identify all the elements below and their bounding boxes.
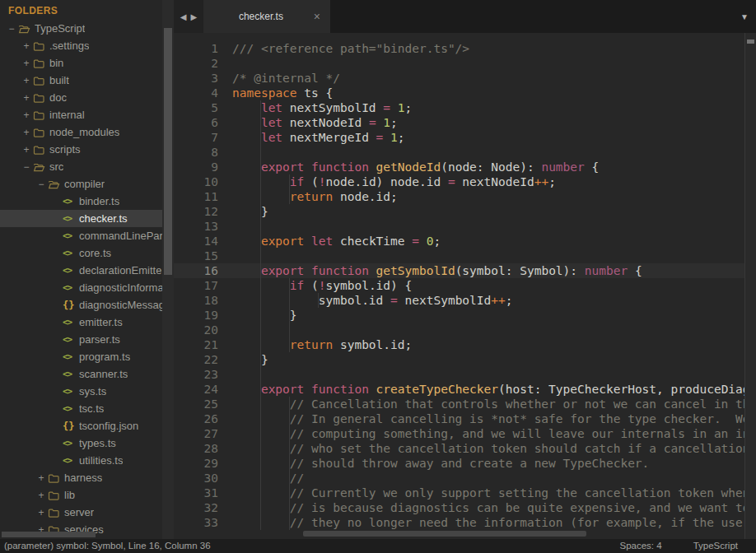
expand-icon[interactable]: +: [20, 58, 33, 69]
tree-item-core.ts[interactable]: <>core.ts: [0, 244, 162, 262]
tree-item-label: emitter.ts: [79, 316, 123, 328]
code-line[interactable]: 10if (!node.id) node.id = nextNodeId++;: [174, 174, 745, 189]
code-line[interactable]: 23: [174, 367, 745, 382]
expand-icon[interactable]: +: [35, 507, 48, 518]
tree-item-bin[interactable]: +bin: [0, 54, 162, 72]
tab-back-icon[interactable]: ◀: [180, 12, 187, 21]
code-line[interactable]: 29// should throw away and create a new …: [174, 456, 745, 471]
tree-item-label: binder.ts: [79, 195, 119, 207]
tree-item-sys.ts[interactable]: <>sys.ts: [0, 383, 162, 400]
status-syntax-setting[interactable]: TypeScript: [693, 539, 738, 553]
code-line[interactable]: 9export function getNodeId(node: Node): …: [174, 160, 745, 174]
tree-item-typescript[interactable]: −TypeScript: [0, 20, 162, 37]
ts-file-icon: <>: [63, 248, 79, 258]
tree-item-program.ts[interactable]: <>program.ts: [0, 348, 162, 365]
tree-item-parser.ts[interactable]: <>parser.ts: [0, 331, 162, 348]
code-line[interactable]: 6let nextNodeId = 1;: [174, 115, 745, 130]
code-line[interactable]: 8: [174, 145, 745, 160]
code-line[interactable]: 18symbol.id = nextSymbolId++;: [174, 293, 745, 308]
tree-item-tsc.ts[interactable]: <>tsc.ts: [0, 400, 162, 417]
tree-item-node-modules[interactable]: +node_modules: [0, 123, 162, 141]
status-indent-setting[interactable]: Spaces: 4: [620, 539, 662, 553]
tree-item-harness[interactable]: +harness: [0, 469, 162, 486]
tab-forward-icon[interactable]: ▶: [191, 12, 198, 21]
tree-item-scanner.ts[interactable]: <>scanner.ts: [0, 365, 162, 383]
tree-item-declarationemitte[interactable]: <>declarationEmitte: [0, 262, 162, 279]
code-area[interactable]: 1/// <reference path="binder.ts"/>23/* @…: [174, 33, 745, 539]
code-line[interactable]: 1/// <reference path="binder.ts"/>: [174, 41, 745, 56]
code-text: /* @internal */: [232, 71, 340, 86]
collapse-icon[interactable]: −: [5, 23, 18, 35]
code-line[interactable]: 21return symbol.id;: [174, 337, 745, 352]
tab-close-icon[interactable]: ×: [314, 10, 320, 23]
expand-icon[interactable]: +: [20, 109, 33, 121]
code-line[interactable]: 22}: [174, 352, 745, 367]
collapse-icon[interactable]: −: [35, 179, 48, 190]
tree-item-emitter.ts[interactable]: <>emitter.ts: [0, 314, 162, 331]
sidebar-vertical-scrollbar[interactable]: [162, 0, 174, 539]
code-line[interactable]: 14export let checkTime = 0;: [174, 234, 745, 249]
expand-icon[interactable]: +: [20, 144, 33, 156]
tree-item-tsconfig.json[interactable]: {}tsconfig.json: [0, 417, 162, 434]
code-line[interactable]: 26// In general cancelling is *not* safe…: [174, 411, 745, 426]
editor-vertical-scrollbar[interactable]: [744, 33, 756, 539]
expand-icon[interactable]: +: [35, 472, 48, 484]
tree-item-utilities.ts[interactable]: <>utilities.ts: [0, 452, 162, 469]
tree-item-label: program.ts: [79, 351, 130, 363]
tree-item-doc[interactable]: +doc: [0, 89, 162, 106]
tree-item-commandlinepar[interactable]: <>commandLinePar: [0, 227, 162, 244]
editor-vertical-scrollbar-thumb[interactable]: [747, 40, 754, 44]
expand-icon[interactable]: +: [20, 75, 33, 86]
code-line[interactable]: 7let nextMergeId = 1;: [174, 130, 745, 145]
code-line[interactable]: 16export function getSymbolId(symbol: Sy…: [174, 263, 745, 278]
code-line[interactable]: 24export function createTypeChecker(host…: [174, 382, 745, 397]
expand-icon[interactable]: +: [35, 490, 48, 501]
tree-item-lib[interactable]: +lib: [0, 486, 162, 504]
code-line[interactable]: 3/* @internal */: [174, 71, 745, 86]
tree-item-compiler[interactable]: −compiler: [0, 175, 162, 193]
tab-checker-ts[interactable]: checker.ts ×: [203, 0, 330, 33]
line-number: 21: [174, 337, 232, 352]
code-line[interactable]: 11return node.id;: [174, 189, 745, 204]
indent-guides: [232, 263, 261, 278]
tree-item-checker.ts[interactable]: <>checker.ts: [0, 210, 162, 227]
code-line[interactable]: 27// computing something, and we will le…: [174, 426, 745, 441]
tree-item-internal[interactable]: +internal: [0, 106, 162, 123]
tree-item-scripts[interactable]: +scripts: [0, 141, 162, 158]
tab-overflow-icon[interactable]: ▼: [740, 12, 756, 21]
code-line[interactable]: 2: [174, 56, 745, 71]
code-line[interactable]: 19}: [174, 308, 745, 323]
editor-horizontal-scrollbar-thumb[interactable]: [303, 531, 586, 537]
tree-item-server[interactable]: +server: [0, 504, 162, 521]
tree-item-built[interactable]: +built: [0, 72, 162, 89]
ts-file-icon: <>: [63, 213, 79, 224]
code-line[interactable]: 12}: [174, 204, 745, 219]
code-line[interactable]: 20: [174, 323, 745, 337]
code-line[interactable]: 17if (!symbol.id) {: [174, 278, 745, 293]
code-line[interactable]: 28// who set the cancellation token shou…: [174, 441, 745, 456]
tree-item-label: parser.ts: [79, 333, 120, 346]
tree-item-.settings[interactable]: +.settings: [0, 37, 162, 54]
code-line[interactable]: 15: [174, 249, 745, 263]
sidebar-horizontal-scrollbar-thumb[interactable]: [2, 532, 96, 537]
ts-file-icon: <>: [63, 265, 79, 276]
sidebar-vertical-scrollbar-thumb[interactable]: [164, 28, 172, 275]
code-line[interactable]: 4namespace ts {: [174, 86, 745, 100]
code-line[interactable]: 30//: [174, 471, 745, 486]
line-number: 4: [174, 86, 232, 100]
expand-icon[interactable]: +: [20, 40, 33, 52]
tree-item-diagnosticinforma[interactable]: <>diagnosticInforma: [0, 279, 162, 296]
tree-item-src[interactable]: −src: [0, 158, 162, 175]
code-line[interactable]: 32// is because diagnostics can be quite…: [174, 500, 745, 515]
expand-icon[interactable]: +: [20, 127, 33, 138]
code-line[interactable]: 25// Cancellation that controls whether …: [174, 397, 745, 411]
code-line[interactable]: 31// Currently we only support setting t…: [174, 486, 745, 500]
expand-icon[interactable]: +: [20, 92, 33, 104]
tree-item-binder.ts[interactable]: <>binder.ts: [0, 193, 162, 210]
code-line[interactable]: 5let nextSymbolId = 1;: [174, 100, 745, 115]
tree-item-types.ts[interactable]: <>types.ts: [0, 434, 162, 452]
code-line[interactable]: 33// they no longer need the information…: [174, 515, 745, 530]
code-line[interactable]: 13: [174, 219, 745, 234]
tree-item-diagnosticmessag[interactable]: {}diagnosticMessag: [0, 296, 162, 314]
collapse-icon[interactable]: −: [20, 161, 33, 173]
